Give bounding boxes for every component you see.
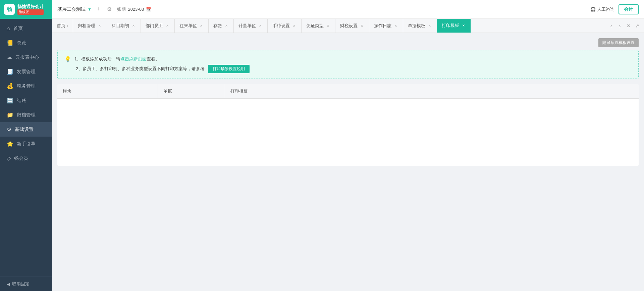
- tab-print[interactable]: 打印模板 ×: [437, 19, 471, 33]
- table-header: 模块 单据 打印模板: [57, 84, 639, 99]
- support-btn[interactable]: 🎧 人工咨询: [590, 6, 614, 12]
- logo-icon: 畅: [4, 4, 15, 15]
- tab-oplog[interactable]: 操作日志 ×: [369, 19, 403, 33]
- info-text-2: 2、多员工、多打印机、多种业务类型设置不同打印方案等，请参考 打印场景设置说明: [76, 65, 250, 73]
- support-icon: 🎧: [590, 7, 596, 12]
- tab-currency[interactable]: 币种设置 ×: [268, 19, 302, 33]
- sidebar-item-archive[interactable]: 📁 归档管理: [0, 108, 52, 122]
- tab-subject-close[interactable]: ×: [131, 23, 136, 28]
- tab-prev-btn[interactable]: ‹: [607, 22, 615, 30]
- account-btn[interactable]: 会计: [619, 4, 639, 14]
- tabs-bar: 首页 ‹ 归档管理 × 科目期初 × 部门员工 × 往来单位 × 存货 × 计量…: [52, 19, 644, 33]
- main-area: 基层工会测试 ▼ + ⚙ 账期 2023-03 📅 🎧 人工咨询 会计 首页 ‹…: [52, 0, 644, 291]
- tab-archive-close[interactable]: ×: [97, 23, 102, 28]
- info-text-1: 1、模板添加成功后，请点击刷新页面查看。: [74, 56, 160, 63]
- tab-close-all-btn[interactable]: ✕: [625, 22, 633, 30]
- tab-inventory[interactable]: 存货 ×: [209, 19, 234, 33]
- tab-customer-label: 往来单位: [179, 23, 197, 29]
- sidebar-item-member[interactable]: ◇ 畅会员: [0, 151, 52, 165]
- sidebar-unpin[interactable]: ◀ 取消固定: [0, 277, 52, 291]
- unpin-label: 取消固定: [12, 281, 30, 287]
- period-label: 账期: [117, 6, 126, 12]
- invoice-icon: 🧾: [7, 68, 13, 75]
- company-selector[interactable]: 基层工会测试 ▼: [57, 6, 92, 12]
- tab-subject[interactable]: 科目期初 ×: [107, 19, 141, 33]
- logo-badge: 旗舰版: [17, 9, 44, 15]
- info-line1-after: 查看。: [147, 56, 160, 61]
- tab-taxsetting[interactable]: 财税设置 ×: [335, 19, 369, 33]
- info-row-2: 2、多员工、多打印机、多种业务类型设置不同打印方案等，请参考 打印场景设置说明: [64, 65, 632, 73]
- tab-currency-label: 币种设置: [272, 23, 290, 29]
- tab-home[interactable]: 首页 ‹: [52, 19, 73, 33]
- member-icon: ◇: [7, 155, 11, 161]
- tab-voucher-close[interactable]: ×: [326, 23, 330, 28]
- tab-currency-close[interactable]: ×: [292, 23, 297, 28]
- tab-unit-close[interactable]: ×: [258, 23, 263, 28]
- report-icon: ☁: [7, 54, 12, 60]
- tab-print-close[interactable]: ×: [461, 23, 466, 28]
- sidebar-item-settle-label: 结账: [17, 98, 26, 104]
- table-body: [57, 99, 639, 166]
- sidebar-item-invoice-label: 发票管理: [17, 69, 36, 75]
- sidebar-item-archive-label: 归档管理: [17, 112, 36, 118]
- sidebar-logo: 畅 畅捷通好会计 旗舰版: [0, 0, 52, 19]
- col-document: 单据: [158, 84, 225, 98]
- print-scene-btn[interactable]: 打印场景设置说明: [208, 65, 250, 73]
- tab-archive[interactable]: 归档管理 ×: [73, 19, 107, 33]
- sidebar-item-basic[interactable]: ⚙ 基础设置: [0, 122, 52, 137]
- tab-inventory-label: 存货: [213, 23, 222, 29]
- tab-home-prev-icon: ‹: [67, 23, 68, 28]
- topbar-right: 🎧 人工咨询 会计: [590, 4, 639, 14]
- info-refresh-link[interactable]: 点击刷新页面: [120, 56, 147, 61]
- tab-inventory-close[interactable]: ×: [224, 23, 229, 28]
- ledger-icon: 📒: [7, 40, 13, 46]
- period-selector: 账期 2023-03 📅: [117, 6, 151, 12]
- tab-voucher-label: 凭证类型: [306, 23, 324, 29]
- tab-unit[interactable]: 计量单位 ×: [234, 19, 268, 33]
- logo-title: 畅捷通好会计: [17, 4, 44, 10]
- sidebar-item-settle[interactable]: 🔄 结账: [0, 93, 52, 108]
- tab-customer-close[interactable]: ×: [199, 23, 204, 28]
- tab-template-close[interactable]: ×: [427, 23, 432, 28]
- tab-voucher[interactable]: 凭证类型 ×: [302, 19, 335, 33]
- tab-oplog-close[interactable]: ×: [393, 23, 398, 28]
- company-settings-btn[interactable]: ⚙: [106, 6, 113, 12]
- topbar: 基层工会测试 ▼ + ⚙ 账期 2023-03 📅 🎧 人工咨询 会计: [52, 0, 644, 19]
- content-header: 隐藏预置模板设置: [57, 38, 639, 47]
- tab-department-close[interactable]: ×: [165, 23, 170, 28]
- sidebar-item-invoice[interactable]: 🧾 发票管理: [0, 64, 52, 79]
- sidebar-item-home[interactable]: ⌂ 首页: [0, 21, 52, 36]
- archive-icon: 📁: [7, 112, 13, 118]
- info-line1-before: 1、模板添加成功后，请: [74, 56, 120, 61]
- data-table: 模块 单据 打印模板: [57, 84, 639, 166]
- sidebar-item-report[interactable]: ☁ 云报表中心: [0, 50, 52, 64]
- info-card: 💡 1、模板添加成功后，请点击刷新页面查看。 2、多员工、多打印机、多种业务类型…: [57, 50, 639, 79]
- add-company-btn[interactable]: +: [96, 6, 102, 13]
- sidebar-item-ledger[interactable]: 📒 总账: [0, 36, 52, 50]
- tab-taxsetting-close[interactable]: ×: [360, 23, 364, 28]
- period-value: 2023-03: [128, 7, 144, 12]
- sidebar-item-ledger-label: 总账: [17, 40, 26, 46]
- sidebar-item-tax[interactable]: 💰 税务管理: [0, 79, 52, 93]
- calendar-icon[interactable]: 📅: [146, 7, 151, 12]
- home-icon: ⌂: [7, 26, 10, 32]
- basic-icon: ⚙: [7, 126, 11, 133]
- tab-next-btn[interactable]: ›: [616, 22, 624, 30]
- settle-icon: 🔄: [7, 97, 13, 104]
- tab-navigation: ‹ › ✕ ⤢: [607, 22, 644, 30]
- content-area: 隐藏预置模板设置 💡 1、模板添加成功后，请点击刷新页面查看。 2、多员工、多打…: [52, 33, 644, 291]
- info-line2-before: 2、多员工、多打印机、多种业务类型设置不同打印方案等，请参考: [76, 66, 205, 71]
- tab-subject-label: 科目期初: [112, 23, 129, 29]
- tab-department[interactable]: 部门员工 ×: [141, 19, 175, 33]
- sidebar-item-guide[interactable]: 🌟 新手引导: [0, 137, 52, 151]
- support-label: 人工咨询: [597, 6, 614, 12]
- tab-department-label: 部门员工: [146, 23, 163, 29]
- hide-preview-btn[interactable]: 隐藏预置模板设置: [598, 38, 639, 47]
- tab-archive-label: 归档管理: [78, 23, 95, 29]
- tab-unit-label: 计量单位: [238, 23, 256, 29]
- sidebar: 畅 畅捷通好会计 旗舰版 ⌂ 首页 📒 总账 ☁ 云报表中心 🧾 发票管理 💰 …: [0, 0, 52, 291]
- sidebar-nav: ⌂ 首页 📒 总账 ☁ 云报表中心 🧾 发票管理 💰 税务管理 🔄 结账 📁 归…: [0, 19, 52, 277]
- tab-expand-btn[interactable]: ⤢: [633, 22, 641, 30]
- tab-customer[interactable]: 往来单位 ×: [175, 19, 209, 33]
- tab-template[interactable]: 单据模板 ×: [403, 19, 437, 33]
